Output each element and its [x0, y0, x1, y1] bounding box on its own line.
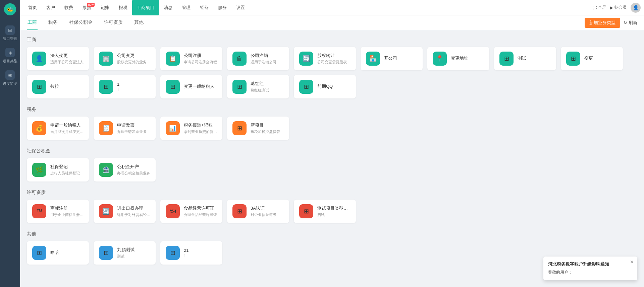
tabs-right: 新增业务类型 ↻ 刷新 — [585, 18, 637, 28]
tab-other[interactable]: 其他 — [133, 15, 144, 30]
card-change-address[interactable]: 📍 变更地址 — [427, 47, 489, 70]
nav-settings[interactable]: 设置 — [231, 0, 250, 15]
card-icon-company-register: 📋 — [166, 52, 180, 66]
card-icon-apply-taxpayer: 💰 — [32, 121, 46, 135]
section-xuke: 许可资质 ™ 商标注册 用于企业商标注册服务 🔄 进出口 — [27, 190, 637, 223]
new-badge: new — [87, 3, 95, 7]
card-icon-gehonghong: ⊞ — [232, 80, 247, 94]
card-new-project[interactable]: ⊞ 新项目 报税加税控盘保管 — [227, 117, 289, 140]
nav-ticket[interactable]: 票据 new — [78, 0, 96, 15]
content-area: 工商 税务 社保公积金 许可资质 其他 新增业务类型 ↻ 刷新 — [20, 15, 644, 287]
card-test-type-def[interactable]: ⊞ 测试项目类型目定义 测试 — [294, 200, 356, 223]
app-logo: 🐝 — [4, 3, 16, 15]
card-social-register[interactable]: 🌿 社保登记 进行人员社保登记 — [27, 158, 89, 182]
card-fund-open[interactable]: 🏦 公积金开户 办理公积金相关业务 — [94, 158, 156, 182]
card-test[interactable]: ⊞ 测试 — [494, 47, 556, 70]
card-icon-lala: ⊞ — [32, 80, 46, 94]
card-lala[interactable]: ⊞ 拉拉 — [27, 75, 89, 98]
nav-accounting[interactable]: 记账 — [96, 0, 114, 15]
tabs-bar: 工商 税务 社保公积金 许可资质 其他 新增业务类型 ↻ 刷新 — [20, 15, 644, 30]
card-3a-cert[interactable]: ⊞ 3A认证 对企业信誉评级 — [227, 200, 289, 223]
refresh-icon: ↻ — [624, 20, 627, 25]
nav-tax[interactable]: 报税 — [114, 0, 132, 15]
refresh-button[interactable]: ↻ 刷新 — [624, 20, 637, 26]
sidebar-label-project-type: 项目类型 — [3, 59, 17, 64]
tab-shuiwu[interactable]: 税务 — [48, 15, 58, 30]
card-icon-new-project: ⊞ — [232, 121, 247, 135]
card-equity-transfer[interactable]: 🔄 股权转让 公司变更需要股权转让 — [294, 47, 356, 70]
card-change-taxpayer[interactable]: ⊞ 变更一般纳税人 — [160, 75, 222, 98]
card-apply-taxpayer[interactable]: 💰 申请一般纳税人 当月或次月成变更完成 — [27, 117, 89, 140]
cards-grid-shebao: 🌿 社保登记 进行人员社保登记 🏦 公积金开户 办理公积金相关业务 — [27, 158, 637, 182]
card-haha[interactable]: ⊞ 哈哈 — [27, 241, 89, 265]
sidebar-item-progress-monitor[interactable]: ◉ 进度监测 — [0, 67, 20, 89]
card-icon-apply-invoice: 🧾 — [99, 121, 113, 135]
card-icon-change-taxpayer: ⊞ — [166, 80, 180, 94]
user-avatar[interactable]: 👤 — [631, 3, 641, 13]
nav-message[interactable]: 消息 — [159, 0, 177, 15]
project-type-icon: ◈ — [5, 48, 15, 57]
vip-icon: ▶ — [610, 5, 613, 10]
add-biztype-button[interactable]: 新增业务类型 — [585, 18, 620, 28]
page-content: 工商 👤 法人变更 适用于公司变更法人 🏢 公司变更 — [20, 30, 644, 287]
section-title-shebao: 社保公积金 — [27, 148, 637, 154]
sidebar-label-progress-monitor: 进度监测 — [3, 81, 17, 86]
tab-gongshang[interactable]: 工商 — [27, 15, 38, 30]
card-food-license[interactable]: 🍽 食品经营许可证 办理食品经营许可证 — [160, 200, 222, 223]
project-mgmt-icon: ⊞ — [5, 25, 15, 35]
card-icon-company-cancel: 🗑 — [232, 52, 247, 66]
nav-bizproject[interactable]: 工商项目 — [132, 0, 159, 15]
fullscreen-icon: ⛶ — [593, 5, 597, 10]
card-icon-legal-change: 👤 — [32, 52, 46, 66]
tabs-left: 工商 税务 社保公积金 许可资质 其他 — [27, 15, 144, 30]
card-icon-equity-transfer: 🔄 — [299, 52, 313, 66]
section-shuiwu: 税务 💰 申请一般纳税人 当月或次月成变更完成 🧾 申 — [27, 106, 637, 140]
card-one[interactable]: ⊞ 1 1 — [94, 75, 156, 98]
card-trademark[interactable]: ™ 商标注册 用于企业商标注册服务 — [27, 200, 89, 223]
page: 工商 税务 社保公积金 许可资质 其他 新增业务类型 ↻ 刷新 — [20, 15, 644, 287]
progress-monitor-icon: ◉ — [5, 70, 15, 80]
card-company-register[interactable]: 📋 公司注册 申请公司注册全流程 — [160, 47, 222, 70]
card-gehonghong[interactable]: ⊞ 葛红红 葛红红测试 — [227, 75, 289, 98]
card-change2[interactable]: ⊞ 变更 — [561, 47, 623, 70]
card-company-cancel[interactable]: 🗑 公司注销 适用于注销公司 — [227, 47, 289, 70]
card-icon-3a-cert: ⊞ — [232, 204, 247, 218]
card-icon-liupeng-test: ⊞ — [99, 246, 113, 260]
tab-xuke[interactable]: 许可资质 — [103, 15, 123, 30]
nav-customer[interactable]: 客户 — [42, 0, 60, 15]
sidebar: 🐝 ⊞ 项目管理 ◈ 项目类型 ◉ 进度监测 — [0, 0, 20, 287]
notification-title: 河北税务数字账户升级影响通知 — [548, 261, 633, 267]
card-legal-change[interactable]: 👤 法人变更 适用于公司变更法人 — [27, 47, 89, 70]
card-tax-report-accounting[interactable]: 📊 税务报道+记账 拿到营业执照的新公司 — [160, 117, 222, 140]
card-icon-twenty-one: ⊞ — [166, 246, 180, 260]
sidebar-item-project-mgmt[interactable]: ⊞ 项目管理 — [0, 22, 20, 45]
card-open-company[interactable]: 🏪 开公司 — [361, 47, 423, 70]
vip-btn[interactable]: ▶ 畅会员 — [610, 5, 627, 10]
section-title-gongshang: 工商 — [27, 37, 637, 43]
main-area: 首页 客户 收费 票据 new 记账 报税 工商项目 消息 管理 经营 服务 设… — [20, 0, 644, 287]
card-icon-test-type-def: ⊞ — [299, 204, 313, 218]
nav-operation[interactable]: 经营 — [195, 0, 213, 15]
sidebar-label-project-mgmt: 项目管理 — [3, 36, 17, 41]
card-liupeng-test[interactable]: ⊞ 刘鹏测试 测试 — [94, 241, 156, 265]
card-icon-food-license: 🍽 — [166, 204, 180, 218]
sidebar-item-project-type[interactable]: ◈ 项目类型 — [0, 45, 20, 67]
notification-close-button[interactable]: ✕ — [630, 259, 634, 265]
card-import-export[interactable]: 🔄 进出口权办理 适用于对外贸易经营者 — [94, 200, 156, 223]
card-icon-change-address: 📍 — [433, 52, 447, 66]
section-gongshang: 工商 👤 法人变更 适用于公司变更法人 🏢 公司变更 — [27, 37, 637, 98]
nav-billing[interactable]: 收费 — [60, 0, 78, 15]
card-front-qq[interactable]: ⊞ 前期QQ — [294, 75, 356, 98]
tab-shebao[interactable]: 社保公积金 — [68, 15, 93, 30]
notification-popup: ✕ 河北税务数字账户升级影响通知 尊敬的用户： — [543, 257, 637, 280]
card-company-change[interactable]: 🏢 公司变更 股权变更外的业务变更 — [94, 47, 156, 70]
nav-service[interactable]: 服务 — [213, 0, 231, 15]
card-twenty-one[interactable]: ⊞ 21 1 — [160, 241, 222, 265]
nav-management[interactable]: 管理 — [177, 0, 195, 15]
nav-home[interactable]: 首页 — [23, 0, 42, 15]
card-icon-change2: ⊞ — [566, 52, 580, 66]
fullscreen-btn[interactable]: ⛶ 全屏 — [593, 5, 606, 10]
card-icon-company-change: 🏢 — [99, 52, 113, 66]
card-apply-invoice[interactable]: 🧾 申请发票 办理申请发票业务 — [94, 117, 156, 140]
card-desc-legal-change: 适用于公司变更法人 — [50, 60, 84, 65]
